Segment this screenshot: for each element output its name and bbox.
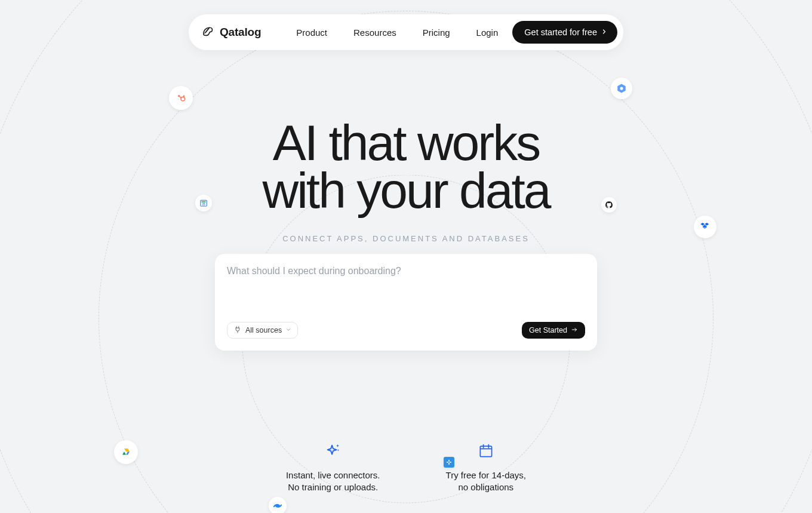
feature-text: Try free for 14-days, no obligations: [446, 469, 527, 494]
start-label: Get Started: [529, 326, 567, 334]
feature-trial: Try free for 14-days, no obligations: [446, 442, 527, 494]
svg-line-2: [180, 97, 182, 98]
svg-point-0: [178, 95, 180, 97]
svg-rect-14: [480, 446, 491, 457]
chevron-down-icon: [285, 326, 291, 334]
brand-logo-icon: [201, 23, 216, 41]
sparkle-icon: [286, 442, 380, 460]
cta-label: Get started for free: [524, 27, 597, 37]
feature-text: Instant, live connectors. No training or…: [286, 469, 380, 494]
feature-connectors: Instant, live connectors. No training or…: [286, 442, 380, 494]
plug-icon: [233, 325, 242, 336]
svg-point-9: [620, 87, 623, 90]
page-title: AI that works with your data: [107, 119, 705, 215]
calendar-icon: [446, 442, 527, 460]
prompt-input[interactable]: [227, 266, 585, 322]
brand[interactable]: Qatalog: [201, 23, 261, 41]
hubspot-icon: [169, 86, 193, 110]
nav-link-login[interactable]: Login: [476, 27, 499, 38]
nav-link-resources[interactable]: Resources: [353, 27, 396, 38]
arrow-right-icon: [571, 326, 578, 335]
chevron-right-icon: [601, 27, 608, 37]
svg-line-4: [183, 97, 184, 97]
features: Instant, live connectors. No training or…: [286, 442, 526, 494]
confluence-icon: [269, 497, 287, 513]
brand-name: Qatalog: [220, 26, 261, 39]
get-started-button[interactable]: Get Started: [522, 322, 585, 339]
bigquery-icon: [611, 78, 632, 99]
navbar: Qatalog Product Resources Pricing Login …: [189, 14, 623, 50]
title-line-2: with your data: [263, 162, 550, 219]
nav-links: Product Resources Pricing Login: [296, 27, 498, 38]
prompt-box: All sources Get Started: [215, 254, 597, 351]
nav-link-pricing[interactable]: Pricing: [423, 27, 450, 38]
nav-link-product[interactable]: Product: [296, 27, 327, 38]
sources-dropdown[interactable]: All sources: [227, 322, 298, 339]
get-started-free-button[interactable]: Get started for free: [512, 21, 617, 44]
subtitle: CONNECT APPS, DOCUMENTS AND DATABASES: [107, 234, 705, 243]
google-drive-icon: [114, 440, 138, 464]
hero: AI that works with your data CONNECT APP…: [107, 119, 705, 243]
sources-label: All sources: [245, 326, 282, 334]
